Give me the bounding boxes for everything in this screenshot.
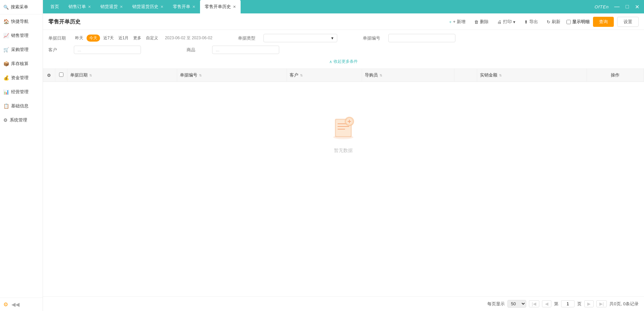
page-header: 零售开单历史 + + 新增 🗑 删除 🖨 打印 ▾ ⬆ 导出 <box>43 13 644 30</box>
minimize-button[interactable]: — <box>612 3 622 10</box>
add-label: + 新增 <box>453 19 465 25</box>
doc-no-input[interactable] <box>388 34 455 42</box>
info-icon: 📋 <box>3 103 9 109</box>
tab-retail-open-history-label: 零售开单历史 <box>205 4 231 10</box>
setting-button[interactable]: 设置 <box>617 17 639 27</box>
next-page-button[interactable]: ▶ <box>584 300 594 307</box>
tab-home[interactable]: 首页 <box>46 0 64 13</box>
th-settings[interactable]: ⚙ <box>43 69 55 82</box>
doc-type-select[interactable]: ▾ <box>263 34 337 42</box>
sidebar-item-finance[interactable]: 💰 资金管理 <box>0 71 43 85</box>
sidebar-item-sales-mgmt[interactable]: 📈 销售管理 <box>0 29 43 43</box>
data-table: ⚙ 单据日期 ⇅ 单据编号 ⇅ 客户 <box>43 69 644 167</box>
close-window-button[interactable]: ✕ <box>633 3 641 11</box>
sidebar-item-inventory[interactable]: 📦 库存核算 <box>0 57 43 71</box>
main-area: 首页 销售订单 ✕ 销货退货 ✕ 销货退货历史 ✕ 零售开单 ✕ 零售开单历史 … <box>43 0 644 311</box>
sort-salesperson-icon: ⇅ <box>380 73 382 77</box>
tab-close-icon[interactable]: ✕ <box>192 5 195 9</box>
search-icon: 🔍 <box>3 5 9 10</box>
tab-sales-return[interactable]: 销货退货 ✕ <box>96 0 128 13</box>
sidebar-item-label: 资金管理 <box>11 75 29 81</box>
query-button[interactable]: 查询 <box>593 17 614 27</box>
collapse-label: 收起更多条件 <box>334 59 358 64</box>
sidebar-item-label: 基础信息 <box>11 103 29 109</box>
maximize-button[interactable]: □ <box>624 3 631 10</box>
toolbar: + + 新增 🗑 删除 🖨 打印 ▾ ⬆ 导出 ↻ <box>446 17 639 27</box>
per-page-label: 每页显示 <box>487 301 505 307</box>
sidebar-search[interactable]: 🔍 搜索采单 <box>0 0 43 14</box>
sidebar-item-purchase-mgmt[interactable]: 🛒 采购管理 <box>0 43 43 57</box>
display-detail-checkbox[interactable] <box>566 20 571 24</box>
sidebar-item-sys-mgmt[interactable]: ⚙ 系统管理 <box>0 113 43 127</box>
prev-page-button[interactable]: ◀ <box>542 300 551 307</box>
collapse-icon: ∧ <box>329 59 332 64</box>
customer-input[interactable]: ... <box>74 46 141 54</box>
th-salesperson-label: 导购员 <box>365 72 378 77</box>
yesterday-btn[interactable]: 昨天 <box>74 35 85 42</box>
box-icon: 📦 <box>3 61 9 66</box>
export-button[interactable]: ⬆ 导出 <box>522 17 541 26</box>
tab-retail-open[interactable]: 零售开单 ✕ <box>168 0 200 13</box>
th-date[interactable]: 单据日期 ⇅ <box>67 69 177 82</box>
filter-row-1: 单据日期 昨天 今天 近7天 近1月 更多 自定义 2023-06-02 至 2… <box>48 34 639 42</box>
product-placeholder: ... <box>216 47 219 52</box>
th-actions-label: 操作 <box>611 72 620 77</box>
th-salesperson[interactable]: 导购员 ⇅ <box>362 69 454 82</box>
print-label: 打印 <box>503 19 512 25</box>
tab-sales-return-history[interactable]: 销货退货历史 ✕ <box>128 0 168 13</box>
tab-home-label: 首页 <box>50 4 59 10</box>
page-number-input[interactable] <box>561 300 575 307</box>
sidebar-item-basic-info[interactable]: 📋 基础信息 <box>0 99 43 113</box>
tab-sales-return-label: 销货退货 <box>100 4 118 10</box>
empty-illustration <box>327 109 360 142</box>
print-button[interactable]: 🖨 打印 ▾ <box>495 17 518 26</box>
refresh-icon: ↻ <box>547 19 550 24</box>
th-no[interactable]: 单据编号 ⇅ <box>177 69 287 82</box>
per-page-select[interactable]: 50 10 20 100 <box>507 300 526 308</box>
select-all-checkbox[interactable] <box>59 72 63 77</box>
tab-close-icon[interactable]: ✕ <box>160 5 163 9</box>
collapse-more-btn[interactable]: ∧ 收起更多条件 <box>48 57 639 66</box>
export-label: 导出 <box>529 19 538 25</box>
doc-no-field[interactable] <box>392 36 452 41</box>
delete-label: 删除 <box>480 19 489 25</box>
product-input[interactable]: ... <box>212 46 279 54</box>
delete-button[interactable]: 🗑 删除 <box>472 17 491 26</box>
empty-text: 暂无数据 <box>334 148 353 154</box>
tab-sales-return-history-label: 销货退货历史 <box>132 4 158 10</box>
total-info: 共0页, 0条记录 <box>609 301 639 307</box>
refresh-button[interactable]: ↻ 刷新 <box>544 17 563 26</box>
th-checkbox[interactable] <box>55 69 67 82</box>
tab-close-icon[interactable]: ✕ <box>233 5 236 9</box>
settings-icon[interactable]: ⚙ <box>3 301 8 308</box>
customer-filter-label: 客户 <box>48 47 68 53</box>
today-btn[interactable]: 今天 <box>87 35 100 42</box>
collapse-sidebar-icon[interactable]: ◀◀ <box>11 301 19 308</box>
tab-sales-order[interactable]: 销售订单 ✕ <box>64 0 96 13</box>
tab-close-icon[interactable]: ✕ <box>88 5 91 9</box>
first-page-button[interactable]: |◀ <box>529 300 539 307</box>
custom-btn[interactable]: 自定义 <box>145 35 159 42</box>
sidebar-item-label: 库存核算 <box>11 61 29 67</box>
add-button[interactable]: + + 新增 <box>446 17 468 26</box>
sidebar-item-label: 快捷导航 <box>11 18 29 24</box>
sidebar-item-operations[interactable]: 📊 经营管理 <box>0 85 43 99</box>
th-spacer <box>454 69 477 82</box>
last-page-button[interactable]: ▶| <box>596 300 607 307</box>
sidebar-item-label: 采购管理 <box>11 47 29 53</box>
display-detail-toggle[interactable]: 显示明细 <box>566 19 590 25</box>
customer-placeholder: ... <box>78 47 81 52</box>
th-amount[interactable]: 实销金额 ⇅ <box>477 69 587 82</box>
tab-retail-open-history[interactable]: 零售开单历史 ✕ <box>200 0 241 13</box>
product-filter-label: 商品 <box>187 47 207 53</box>
sidebar-item-quick-nav[interactable]: 🏠 快捷导航 <box>0 14 43 29</box>
th-customer-label: 客户 <box>290 72 298 77</box>
last7-btn[interactable]: 近7天 <box>102 35 115 42</box>
th-customer[interactable]: 客户 ⇅ <box>287 69 362 82</box>
add-icon: + <box>449 19 452 24</box>
sidebar-bottom: ⚙ ◀◀ <box>0 298 43 311</box>
more-btn[interactable]: 更多 <box>132 35 143 42</box>
tab-close-icon[interactable]: ✕ <box>120 5 123 9</box>
last-month-btn[interactable]: 近1月 <box>117 35 130 42</box>
th-date-label: 单据日期 <box>70 72 88 77</box>
